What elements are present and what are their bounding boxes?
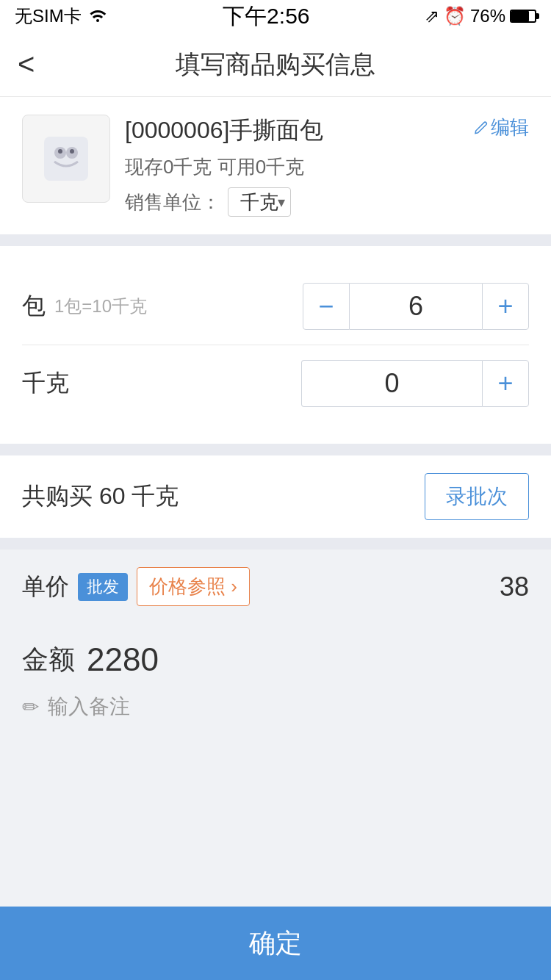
product-info: [0000006]手撕面包 编辑 现存0千克 可用0千克 销售单位： 千克 bbox=[125, 115, 529, 217]
edit-icon bbox=[473, 120, 488, 135]
battery-percent: 76% bbox=[470, 6, 505, 26]
kg-plus-button[interactable]: + bbox=[482, 360, 529, 407]
amount-row: 金额 2280 bbox=[22, 641, 529, 678]
svg-point-3 bbox=[58, 149, 62, 154]
product-name: [0000006]手撕面包 bbox=[125, 115, 323, 147]
price-value: 38 bbox=[500, 572, 529, 602]
divider-2 bbox=[0, 444, 551, 455]
price-left: 单价 批发 价格参照 › bbox=[22, 567, 250, 606]
amount-section: 金额 2280 ✏ 输入备注 bbox=[0, 624, 551, 738]
time-label: 下午2:56 bbox=[223, 1, 309, 32]
package-qty-control: − + bbox=[303, 283, 529, 330]
unit-label: 销售单位： bbox=[125, 190, 220, 215]
status-left: 无SIM卡 bbox=[15, 4, 108, 28]
status-right: ⇗ ⏰ 76% bbox=[425, 6, 536, 26]
package-plus-button[interactable]: + bbox=[482, 283, 529, 330]
price-section: 单价 批发 价格参照 › 38 bbox=[0, 550, 551, 624]
product-thumbnail bbox=[22, 115, 110, 203]
amount-value: 2280 bbox=[87, 641, 159, 678]
remark-row[interactable]: ✏ 输入备注 bbox=[22, 693, 529, 738]
amount-label: 金额 bbox=[22, 642, 75, 678]
product-stock: 现存0千克 可用0千克 bbox=[125, 154, 529, 180]
divider-1 bbox=[0, 234, 551, 246]
product-logo-icon bbox=[44, 137, 88, 181]
package-minus-button[interactable]: − bbox=[303, 283, 350, 330]
confirm-button[interactable]: 确定 bbox=[0, 907, 551, 980]
location-icon: ⇗ bbox=[425, 6, 439, 26]
kg-input-row: 千克 + bbox=[22, 345, 529, 422]
total-text: 共购买 60 千克 bbox=[22, 480, 179, 513]
divider-3 bbox=[0, 538, 551, 550]
product-unit-row: 销售单位： 千克 bbox=[125, 187, 529, 217]
edit-button[interactable]: 编辑 bbox=[473, 115, 529, 140]
price-label: 单价 bbox=[22, 571, 69, 603]
remark-placeholder: 输入备注 bbox=[48, 693, 130, 721]
total-section: 共购买 60 千克 录批次 bbox=[0, 455, 551, 538]
price-tag: 批发 bbox=[78, 573, 128, 601]
price-ref-button[interactable]: 价格参照 › bbox=[137, 567, 250, 606]
product-header-row: [0000006]手撕面包 编辑 bbox=[125, 115, 529, 154]
kg-label: 千克 bbox=[22, 367, 69, 400]
product-card: [0000006]手撕面包 编辑 现存0千克 可用0千克 销售单位： 千克 bbox=[0, 97, 551, 234]
batch-button[interactable]: 录批次 bbox=[425, 473, 529, 520]
nav-bar: < 填写商品购买信息 bbox=[0, 32, 551, 97]
kg-qty-control: + bbox=[301, 360, 529, 407]
page-title: 填写商品购买信息 bbox=[176, 48, 375, 82]
remark-icon: ✏ bbox=[22, 695, 39, 719]
kg-qty-input[interactable] bbox=[301, 360, 482, 407]
svg-rect-0 bbox=[44, 137, 88, 181]
wifi-icon bbox=[87, 6, 108, 26]
package-hint: 1包=10千克 bbox=[54, 295, 147, 318]
package-input-row: 包 1包=10千克 − + bbox=[22, 268, 529, 345]
status-bar: 无SIM卡 下午2:56 ⇗ ⏰ 76% bbox=[0, 0, 551, 32]
package-label: 包 1包=10千克 bbox=[22, 290, 147, 323]
svg-point-4 bbox=[70, 149, 74, 154]
battery-icon bbox=[510, 10, 536, 23]
package-input-section: 包 1包=10千克 − + 千克 + bbox=[0, 246, 551, 444]
back-button[interactable]: < bbox=[18, 48, 35, 81]
alarm-icon: ⏰ bbox=[444, 6, 466, 26]
carrier-label: 无SIM卡 bbox=[15, 4, 82, 28]
package-qty-input[interactable] bbox=[350, 283, 482, 330]
unit-select-wrap[interactable]: 千克 bbox=[228, 187, 291, 217]
unit-select[interactable]: 千克 bbox=[228, 187, 291, 217]
